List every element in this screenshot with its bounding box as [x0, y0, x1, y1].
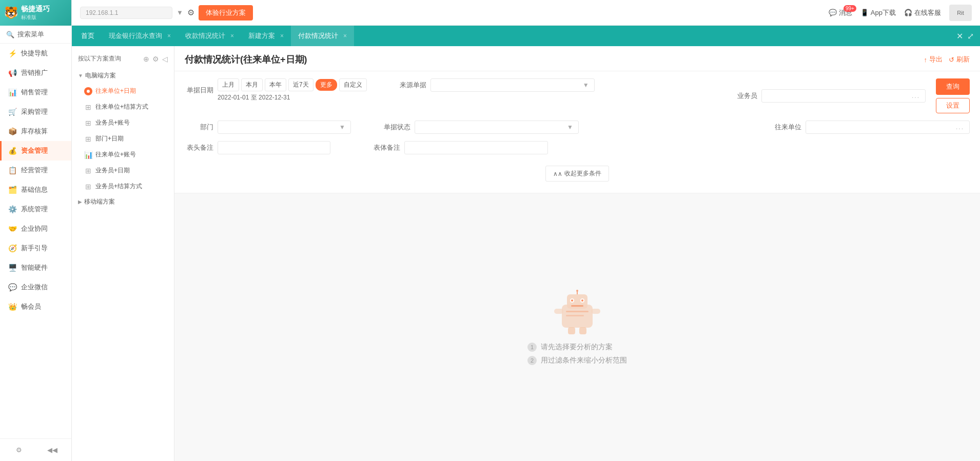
scheme-item-icon-grid3: ⊞	[84, 135, 92, 143]
sidebar-item-guide[interactable]: 🧭 新手引导	[0, 238, 71, 258]
tab-payment[interactable]: 付款情况统计 ×	[291, 26, 354, 46]
page-header: 付款情况统计(往来单位+日期) ↑ 导出 ↺ 刷新	[174, 46, 980, 71]
sidebar-item-system[interactable]: ⚙️ 系统管理	[0, 199, 71, 219]
desktop-group-arrow-icon: ▼	[78, 73, 83, 78]
collapse-btn[interactable]: ∧∧ 收起更多条件	[545, 166, 609, 182]
sidebar-item-member[interactable]: 👑 畅会员	[0, 297, 71, 316]
message-btn[interactable]: 💬 消息 99+	[829, 8, 852, 17]
scheme-item-dept-date[interactable]: ⊞ 部门+日期	[72, 131, 174, 147]
counterparty-select[interactable]: ...	[806, 121, 970, 134]
topbar-gear-icon[interactable]: ⚙	[187, 8, 194, 17]
sidebar-header: 🐯 畅捷通巧 标准版	[0, 0, 71, 26]
scheme-item-salesperson-date[interactable]: ⊞ 业务员+日期	[72, 163, 174, 178]
finance-icon: 💰	[8, 146, 17, 155]
trial-btn[interactable]: 体验行业方案	[199, 5, 253, 21]
dept-select[interactable]: ▼	[218, 121, 351, 134]
query-btn[interactable]: 查询	[936, 78, 970, 95]
scheme-item-icon-grid4: ⊞	[84, 167, 92, 175]
tab-receipt-close[interactable]: ×	[230, 32, 234, 39]
scheme-item-label: 往来单位+日期	[95, 87, 136, 95]
sidebar-item-marketing[interactable]: 📢 营销推广	[0, 63, 71, 83]
date-btn-custom[interactable]: 自定义	[339, 78, 367, 91]
sidebar-item-label: 企业微信	[21, 283, 48, 292]
filter-item-salesperson: 业务员 ... 查询 设置	[729, 78, 970, 113]
source-select[interactable]: ▼	[430, 78, 595, 92]
sidebar-item-label: 智能硬件	[21, 263, 48, 272]
tab-receipt[interactable]: 收款情况统计 ×	[178, 26, 241, 46]
counterparty-ellipsis[interactable]: ...	[956, 124, 964, 131]
tab-payment-close[interactable]: ×	[343, 32, 347, 39]
sidebar-item-operation[interactable]: 📋 经营管理	[0, 161, 71, 180]
bill-status-select[interactable]: ▼	[415, 121, 579, 134]
tab-cash-close[interactable]: ×	[167, 32, 171, 39]
svg-rect-15	[579, 327, 586, 334]
data-area: 1 请先选择要分析的方案 2 用过滤条件来缩小分析范围	[174, 193, 980, 461]
topbar-chevron-icon[interactable]: ▼	[177, 9, 183, 16]
body-note-input[interactable]	[404, 141, 548, 154]
scheme-mobile-group: ▶ 移动端方案	[72, 194, 174, 209]
empty-msg-num-2: 2	[527, 356, 537, 365]
scheme-item-salesperson-account[interactable]: ⊞ 业务员+账号	[72, 115, 174, 131]
scheme-mobile-group-title[interactable]: ▶ 移动端方案	[72, 194, 174, 209]
salesperson-select[interactable]: ...	[761, 89, 926, 103]
date-btn-this-month[interactable]: 本月	[241, 78, 263, 91]
date-btn-last-7days[interactable]: 近7天	[288, 78, 313, 91]
sidebar-item-collab[interactable]: 🤝 企业协同	[0, 219, 71, 238]
sidebar-item-inventory[interactable]: 📦 库存核算	[0, 122, 71, 141]
bill-status-chevron-icon: ▼	[567, 124, 573, 131]
scheme-item-label: 业务员+账号	[95, 118, 130, 127]
svg-rect-12	[566, 311, 589, 312]
sidebar-item-sales[interactable]: 📊 销售管理	[0, 83, 71, 102]
sidebar-logo: 🐯	[4, 6, 18, 19]
scheme-item-counterparty-settlement[interactable]: ⊞ 往来单位+结算方式	[72, 99, 174, 115]
tab-payment-label: 付款情况统计	[298, 31, 338, 41]
dept-label: 部门	[185, 123, 213, 132]
sidebar-item-label: 企业协同	[21, 224, 48, 233]
empty-state: 1 请先选择要分析的方案 2 用过滤条件来缩小分析范围	[527, 289, 627, 365]
scheme-item-counterparty-date[interactable]: 往来单位+日期	[72, 83, 174, 99]
sidebar-item-hardware[interactable]: 🖥️ 智能硬件	[0, 258, 71, 277]
date-btn-more[interactable]: 更多	[316, 79, 337, 91]
online-service-btn[interactable]: 🎧 在线客服	[904, 8, 941, 17]
date-btn-this-year[interactable]: 本年	[265, 78, 286, 91]
scheme-item-label: 往来单位+结算方式	[95, 103, 148, 111]
scheme-item-counterparty-account[interactable]: 📊 往来单位+账号	[72, 147, 174, 163]
scheme-add-btn[interactable]: ⊕	[143, 55, 149, 63]
export-btn[interactable]: ↑ 导出	[924, 55, 943, 64]
sidebar-item-basic[interactable]: 🗂️ 基础信息	[0, 180, 71, 199]
scheme-desktop-group-title[interactable]: ▼ 电脑端方案	[72, 68, 174, 83]
refresh-btn[interactable]: ↺ 刷新	[949, 55, 970, 64]
sidebar-search[interactable]: 🔍 搜索菜单	[0, 26, 71, 44]
sidebar-settings-btn[interactable]: ⚙	[4, 443, 34, 457]
scheme-collapse-btn[interactable]: ◁	[162, 55, 168, 63]
header-note-input[interactable]	[218, 141, 330, 154]
sidebar-item-quick-nav[interactable]: ⚡ 快捷导航	[0, 44, 71, 63]
message-badge: 99+	[844, 5, 856, 12]
avatar[interactable]: Rit	[949, 5, 972, 21]
sidebar-item-wechat[interactable]: 💬 企业微信	[0, 277, 71, 297]
salesperson-ellipsis[interactable]: ...	[912, 92, 920, 99]
marketing-icon: 📢	[8, 68, 17, 77]
source-label: 来源单据	[398, 81, 426, 90]
basic-icon: 🗂️	[8, 185, 17, 194]
tab-maximize-btn[interactable]: ⤢	[967, 31, 974, 41]
filter-settings-btn[interactable]: 设置	[936, 98, 970, 113]
date-btn-last-month[interactable]: 上月	[218, 78, 239, 91]
scheme-item-salesperson-settlement[interactable]: ⊞ 业务员+结算方式	[72, 178, 174, 194]
sidebar-item-finance[interactable]: 💰 资金管理	[0, 141, 71, 161]
source-chevron-icon: ▼	[583, 82, 589, 89]
tab-close-all-btn[interactable]: ✕	[956, 31, 963, 41]
tab-cash[interactable]: 现金银行流水查询 ×	[102, 26, 178, 46]
sidebar-item-purchase[interactable]: 🛒 采购管理	[0, 102, 71, 122]
scheme-settings-btn[interactable]: ⚙	[152, 55, 159, 63]
app-download-btn[interactable]: 📱 App下载	[860, 8, 896, 17]
body-note-label: 表体备注	[371, 143, 400, 152]
tab-home[interactable]: 首页	[74, 26, 102, 46]
svg-point-8	[581, 299, 583, 302]
refresh-icon: ↺	[949, 56, 954, 64]
tab-new-scheme[interactable]: 新建方案 ×	[241, 26, 291, 46]
tab-new-scheme-close[interactable]: ×	[280, 32, 284, 39]
online-service-label: 在线客服	[914, 8, 941, 17]
sidebar-collapse-btn[interactable]: ◀◀	[37, 443, 68, 457]
scheme-panel-actions: ⊕ ⚙ ◁	[143, 55, 168, 63]
